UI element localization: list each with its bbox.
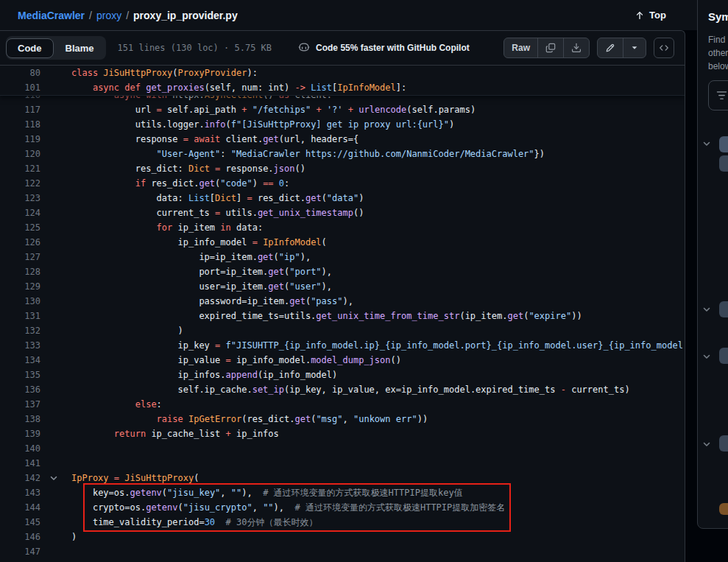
- code-line: 101 async def get_proxies(self, num: int…: [0, 80, 685, 95]
- line-number[interactable]: 145: [0, 515, 40, 530]
- line-number[interactable]: 130: [0, 294, 40, 309]
- copilot-icon: [298, 41, 310, 55]
- line-number[interactable]: 129: [0, 279, 40, 294]
- breadcrumb-folder-link[interactable]: proxy: [96, 10, 121, 21]
- symbol-pill[interactable]: [719, 348, 728, 364]
- gutter-spacer: [40, 485, 71, 500]
- code-blame-switch: Code Blame: [6, 36, 106, 60]
- gutter-spacer: [40, 515, 71, 530]
- line-number[interactable]: 143: [0, 485, 40, 500]
- line-number[interactable]: 144: [0, 500, 40, 515]
- line-number[interactable]: 101: [0, 80, 40, 95]
- gutter-spacer: [40, 66, 71, 80]
- code-text: key=os.getenv("jisu_key", ""), # 通过环境变量的…: [71, 485, 463, 500]
- up-arrow-icon: [635, 10, 645, 21]
- symbol-pill[interactable]: [719, 155, 728, 172]
- line-number[interactable]: 131: [0, 309, 40, 323]
- line-number[interactable]: 140: [0, 441, 40, 456]
- edit-pencil-button[interactable]: [598, 38, 623, 57]
- back-to-top-link[interactable]: Top: [635, 0, 666, 30]
- code-line: 131 expired_time_ts=utils.get_unix_time_…: [0, 309, 685, 323]
- line-number[interactable]: 137: [0, 397, 40, 412]
- code-line: 140: [0, 441, 685, 456]
- gutter-spacer: [40, 368, 71, 382]
- line-number[interactable]: 134: [0, 353, 40, 368]
- line-number[interactable]: 80: [0, 66, 40, 80]
- code-text: return ip_cache_list + ip_infos: [71, 426, 279, 441]
- line-number[interactable]: 125: [0, 220, 40, 235]
- symbol-group-chevron-icon[interactable]: [702, 138, 713, 148]
- code-text: crypto=os.getenv("jisu_crypto", ""), # 通…: [71, 500, 505, 515]
- code-line: 128 port=ip_item.get("port"),: [0, 264, 685, 279]
- symbols-filter-button[interactable]: [708, 80, 728, 110]
- code-line: 120 "User-Agent": "MediaCrawler https://…: [0, 147, 685, 161]
- code-line: 121 res_dict: Dict = response.json(): [0, 161, 685, 176]
- line-number[interactable]: 123: [0, 191, 40, 206]
- line-number[interactable]: 118: [0, 117, 40, 132]
- code-line: 143 key=os.getenv("jisu_key", ""), # 通过环…: [0, 485, 685, 500]
- code-line: 125 for ip_item in data:: [0, 220, 685, 235]
- gutter-spacer: [40, 530, 71, 544]
- line-number[interactable]: 133: [0, 338, 40, 353]
- copilot-banner[interactable]: Code 55% faster with GitHub Copilot: [298, 41, 470, 55]
- symbol-pill[interactable]: [719, 435, 728, 452]
- line-number[interactable]: 141: [0, 456, 40, 471]
- symbol-group-chevron-icon[interactable]: [702, 303, 713, 314]
- code-text: res_dict: Dict = response.json(): [71, 161, 305, 176]
- breadcrumb-repo-link[interactable]: MediaCrawler: [18, 10, 85, 21]
- gutter-spacer: [40, 294, 71, 309]
- line-number[interactable]: 132: [0, 323, 40, 338]
- line-number[interactable]: 142: [0, 471, 40, 485]
- tab-blame[interactable]: Blame: [54, 38, 106, 58]
- line-number[interactable]: 128: [0, 264, 40, 279]
- gutter-spacer: [40, 426, 71, 441]
- code-line: 145 time_validity_period=30 # 30分钟（最长时效）: [0, 515, 685, 530]
- code-line: 135 ip_infos.append(ip_info_model): [0, 368, 685, 382]
- code-line: 144 crypto=os.getenv("jisu_crypto", ""),…: [0, 500, 685, 515]
- line-number[interactable]: 127: [0, 250, 40, 264]
- code-text: utils.logger.info(f"[JiSuHttpProxy] get …: [71, 117, 454, 132]
- symbol-pill[interactable]: [719, 503, 728, 515]
- symbols-panel-toggle-button[interactable]: [654, 38, 674, 58]
- tab-code[interactable]: Code: [6, 38, 54, 58]
- edit-dropdown-button[interactable]: [623, 38, 646, 57]
- code-text: port=ip_item.get("port"),: [71, 264, 332, 279]
- line-number[interactable]: 139: [0, 426, 40, 441]
- code-line: 129 user=ip_item.get("user"),: [0, 279, 685, 294]
- code-line: 138 raise IpGetError(res_dict.get("msg",…: [0, 412, 685, 426]
- code-line: 134 ip_value = ip_info_model.model_dump_…: [0, 353, 685, 368]
- gutter-spacer: [40, 441, 71, 456]
- code-symbols-icon: [659, 43, 669, 53]
- line-number[interactable]: 122: [0, 176, 40, 191]
- symbol-group-chevron-icon[interactable]: [702, 438, 713, 449]
- symbol-group-chevron-icon[interactable]: [702, 351, 713, 361]
- line-number[interactable]: 136: [0, 382, 40, 397]
- breadcrumb-file-name: proxy_ip_provider.py: [133, 10, 238, 21]
- line-number[interactable]: 135: [0, 368, 40, 382]
- line-number[interactable]: 124: [0, 206, 40, 220]
- line-number[interactable]: 120: [0, 147, 40, 161]
- code-line: 133 ip_key = f"JISUHTTP_{ip_info_model.i…: [0, 338, 685, 353]
- gutter-spacer: [40, 117, 71, 132]
- code-text: url = self.api_path + "/fetchips" + '?' …: [71, 102, 476, 117]
- line-number[interactable]: 147: [0, 544, 40, 559]
- code-line: 124 current_ts = utils.get_unix_timestam…: [0, 206, 685, 220]
- gutter-spacer: [40, 338, 71, 353]
- line-number[interactable]: 117: [0, 102, 40, 117]
- code-line: 123 data: List[Dict] = res_dict.get("dat…: [0, 191, 685, 206]
- line-number[interactable]: 119: [0, 132, 40, 147]
- fold-chevron-icon[interactable]: [40, 471, 71, 485]
- line-number[interactable]: 121: [0, 161, 40, 176]
- code-line: 141: [0, 456, 685, 471]
- copy-button[interactable]: [537, 38, 563, 57]
- symbol-pill[interactable]: [719, 301, 728, 317]
- symbols-panel-title: Sym: [708, 10, 728, 23]
- line-number[interactable]: 138: [0, 412, 40, 426]
- raw-button[interactable]: Raw: [504, 38, 537, 57]
- download-button[interactable]: [563, 38, 589, 57]
- line-number[interactable]: 146: [0, 530, 40, 544]
- gutter-spacer: [40, 191, 71, 206]
- code-text: ip_value = ip_info_model.model_dump_json…: [71, 353, 401, 368]
- symbol-pill[interactable]: [719, 136, 728, 152]
- line-number[interactable]: 126: [0, 235, 40, 250]
